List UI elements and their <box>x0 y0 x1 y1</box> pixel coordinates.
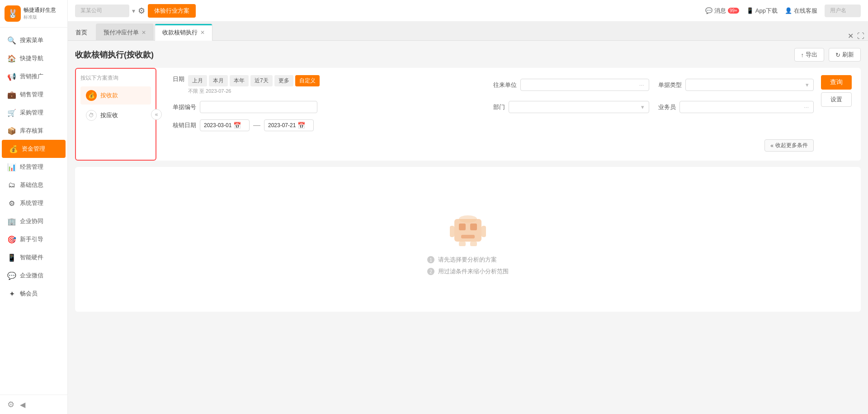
date-range-separator: — <box>253 121 260 129</box>
online-service-btn[interactable]: 👤 在线客服 <box>785 7 817 15</box>
system-icon: ⚙ <box>7 199 16 208</box>
message-btn[interactable]: 💬 消息 99+ <box>705 7 739 15</box>
staff-select[interactable]: ··· <box>679 101 814 113</box>
step-num-2: 2 <box>427 268 434 275</box>
topbar-brand: 某某公司 ▾ ⚙ 体验行业方案 <box>75 4 701 18</box>
writeoff-date-end-input[interactable]: 2023-07-21 📅 <box>264 119 314 131</box>
sidebar-item-smart-hw[interactable]: 📱 智能硬件 <box>0 248 67 266</box>
app-download-btn[interactable]: 📱 App下载 <box>746 7 778 15</box>
search-btn[interactable]: 查询 <box>821 75 852 90</box>
enterprise-icon: 🏢 <box>7 217 16 226</box>
user-avatar[interactable]: 用户名 <box>825 5 861 17</box>
filter-panel-collapse-btn[interactable]: « <box>151 109 162 120</box>
sidebar-item-operation[interactable]: 📊 经营管理 <box>0 158 67 176</box>
filter-option-by-receivable[interactable]: ⏱ 按应收 <box>80 106 151 124</box>
svg-rect-1 <box>459 224 466 230</box>
capital-icon: 💰 <box>9 144 18 153</box>
message-badge: 99+ <box>728 8 739 14</box>
service-icon: 👤 <box>785 7 792 14</box>
bill-no-input[interactable] <box>200 101 317 113</box>
date-btn-7days[interactable]: 近7天 <box>250 75 273 86</box>
company-dropdown-icon[interactable]: ▾ <box>132 7 135 14</box>
more-conditions-btn[interactable]: « 收起更多条件 <box>764 139 814 152</box>
sidebar-item-purchase[interactable]: 🛒 采购管理 <box>0 104 67 122</box>
sidebar-item-search-menu[interactable]: 🔍 搜索菜单 <box>0 31 67 49</box>
bill-type-label: 单据类型 <box>658 81 682 89</box>
industry-solution-btn[interactable]: 体验行业方案 <box>148 4 196 18</box>
sidebar-item-system[interactable]: ⚙ 系统管理 <box>0 194 67 212</box>
vip-icon: ✦ <box>7 289 16 298</box>
export-btn[interactable]: ↑ 导出 <box>794 48 825 62</box>
hint-text-2: 用过滤条件来缩小分析范围 <box>438 267 509 276</box>
tab-close-all-icon[interactable]: ✕ <box>848 32 854 40</box>
topbar-settings-icon[interactable]: ⚙ <box>138 6 145 16</box>
tab-home[interactable]: 首页 <box>68 24 95 41</box>
tab-prepay[interactable]: 预付冲应付单 ✕ <box>96 24 154 41</box>
sidebar-item-newbie[interactable]: 🎯 新手引导 <box>0 230 67 248</box>
date-btn-this-month[interactable]: 本月 <box>209 75 228 86</box>
refresh-icon: ↻ <box>835 52 840 58</box>
empty-hints: 1 请先选择要分析的方案 2 用过滤条件来缩小分析范围 <box>427 256 509 276</box>
sidebar-item-basic-info[interactable]: 🗂 基础信息 <box>0 176 67 194</box>
page-header: 收款核销执行(按收款) ↑ 导出 ↻ 刷新 <box>75 48 861 62</box>
step-num-1: 1 <box>427 256 434 263</box>
basic-info-icon: 🗂 <box>7 181 16 190</box>
operation-icon: 📊 <box>7 162 16 171</box>
sidebar-item-vip[interactable]: ✦ 畅会员 <box>0 285 67 303</box>
tab-receipt-writeoff-close-icon[interactable]: ✕ <box>200 29 205 36</box>
dept-filter: 部门 ▾ <box>493 101 649 113</box>
inventory-icon: 📦 <box>7 126 16 135</box>
filter-panel: 按以下方案查询 💰 按收款 ⏱ 按应收 « <box>75 68 861 161</box>
partner-filter: 往来单位 ··· <box>493 79 649 91</box>
sidebar-item-inventory[interactable]: 📦 库存核算 <box>0 122 67 140</box>
filter-scheme-title: 按以下方案查询 <box>80 74 151 82</box>
sidebar-collapse-icon[interactable]: ◀ <box>20 400 25 409</box>
sidebar-item-marketing[interactable]: 📢 营销推广 <box>0 67 67 86</box>
svg-rect-2 <box>470 224 477 230</box>
app-name: 畅捷通好生意 <box>24 7 56 14</box>
smart-hw-icon: 📱 <box>7 253 16 262</box>
setting-btn[interactable]: 设置 <box>821 92 852 107</box>
dept-chevron-icon: ▾ <box>641 104 644 110</box>
newbie-icon: 🎯 <box>7 235 16 244</box>
sidebar-gear-icon[interactable]: ⚙ <box>7 400 14 409</box>
calendar-start-icon[interactable]: 📅 <box>233 122 241 129</box>
by-receivable-icon: ⏱ <box>86 110 97 121</box>
tab-receipt-writeoff[interactable]: 收款核销执行 ✕ <box>155 24 212 41</box>
calendar-end-icon[interactable]: 📅 <box>297 122 305 129</box>
date-btn-this-year[interactable]: 本年 <box>230 75 249 86</box>
tab-expand-icon[interactable]: ⛶ <box>857 32 864 40</box>
more-conditions-row: « 收起更多条件 <box>173 138 814 153</box>
more-conditions-collapse-icon: « <box>770 143 774 149</box>
sidebar-item-wechat[interactable]: 💬 企业微信 <box>0 266 67 285</box>
bill-type-chevron-icon: ▾ <box>806 81 809 88</box>
topbar-right: 💬 消息 99+ 📱 App下载 👤 在线客服 用户名 <box>705 5 861 17</box>
sidebar-item-capital[interactable]: 💰 资金管理 <box>2 140 66 158</box>
filter-action-btns: 查询 设置 <box>821 75 852 107</box>
bill-type-filter: 单据类型 ▾ <box>658 79 814 91</box>
filter-row-3: 核销日期 2023-03-01 📅 — 2023-07-21 📅 <box>173 119 814 131</box>
refresh-btn[interactable]: ↻ 刷新 <box>829 48 861 62</box>
sidebar: 🐰 畅捷通好生意 标准版 🔍 搜索菜单 🏠 快捷导航 📢 营销推广 💼 销售管理… <box>0 0 68 414</box>
svg-rect-4 <box>450 226 454 237</box>
sidebar-logo: 🐰 畅捷通好生意 标准版 <box>0 0 67 28</box>
svg-point-8 <box>459 215 477 223</box>
date-btn-last-month[interactable]: 上月 <box>188 75 207 86</box>
sidebar-item-enterprise[interactable]: 🏢 企业协同 <box>0 212 67 230</box>
app-logo-icon: 🐰 <box>5 5 21 22</box>
date-btn-custom[interactable]: 自定义 <box>295 75 320 86</box>
download-icon: 📱 <box>746 7 754 14</box>
company-selector[interactable]: 某某公司 <box>75 5 129 17</box>
sidebar-item-sales[interactable]: 💼 销售管理 <box>0 86 67 104</box>
bill-no-filter: 单据编号 <box>173 101 484 113</box>
writeoff-date-start-input[interactable]: 2023-03-01 📅 <box>200 119 250 131</box>
tab-prepay-close-icon[interactable]: ✕ <box>142 29 146 36</box>
date-btn-more[interactable]: 更多 <box>274 75 293 86</box>
bill-type-select[interactable]: ▾ <box>685 79 814 91</box>
sidebar-item-quick-nav[interactable]: 🏠 快捷导航 <box>0 49 67 67</box>
partner-select[interactable]: ··· <box>520 79 649 91</box>
dept-select[interactable]: ▾ <box>509 101 649 113</box>
svg-rect-7 <box>470 242 477 246</box>
filter-option-by-receipt[interactable]: 💰 按收款 <box>80 86 151 105</box>
writeoff-date-filter: 核销日期 2023-03-01 📅 — 2023-07-21 📅 <box>173 119 314 131</box>
